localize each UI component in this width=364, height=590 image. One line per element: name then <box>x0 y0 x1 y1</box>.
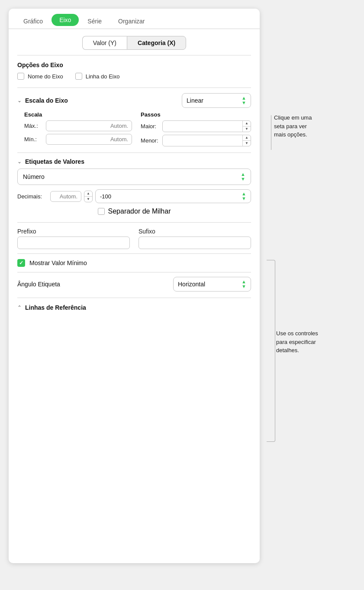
escala-title: Escala do Eixo <box>25 97 178 104</box>
nome-eixo-item: Nome do Eixo <box>17 73 63 80</box>
linha-eixo-label: Linha do Eixo <box>86 73 120 80</box>
tab-bar: Gráfico Eixo Série Organizar <box>9 9 260 29</box>
maior-label: Maior: <box>141 123 159 130</box>
separador-label: Separador de Milhar <box>108 207 171 215</box>
menor-value[interactable]: 1 <box>163 136 242 146</box>
sufixo-input[interactable] <box>139 237 251 249</box>
annotation-top-text: Clique em uma seta para ver mais opções. <box>274 113 312 139</box>
decimais-label: Decimais: <box>17 193 48 200</box>
linhas-row: ⌃ Linhas de Referência <box>9 298 260 317</box>
maior-stepper-btns: ▲ ▼ <box>242 121 251 132</box>
decimais-increment[interactable]: ▲ <box>84 191 92 197</box>
decimais-decrement[interactable]: ▼ <box>84 197 92 202</box>
angulo-select-value: Horizontal <box>178 281 205 288</box>
maior-increment[interactable]: ▲ <box>243 121 251 126</box>
min-label: Mín.: <box>24 136 42 143</box>
angulo-select[interactable]: Horizontal ▲ ▼ <box>173 277 251 292</box>
tab-organizar[interactable]: Organizar <box>110 14 152 29</box>
main-panel: Gráfico Eixo Série Organizar Valor (Y) C… <box>9 9 260 563</box>
separador-row: Separador de Milhar <box>17 207 251 215</box>
prefix-suffix-section: Prefixo Sufixo <box>9 223 260 253</box>
bracket-right <box>267 260 275 442</box>
menor-label: Menor: <box>141 137 159 144</box>
escala-chevron[interactable]: ⌄ <box>17 97 22 104</box>
escala-body: Escala Máx.: Mín.: Passos Maior: <box>9 111 260 152</box>
tab-grafico[interactable]: Gráfico <box>16 14 51 29</box>
min-input[interactable] <box>46 134 132 145</box>
linhas-chevron[interactable]: ⌃ <box>17 305 22 311</box>
prefixo-label: Prefixo <box>17 228 130 235</box>
escala-header: ⌄ Escala do Eixo Linear ▲ ▼ <box>9 88 260 111</box>
menor-stepper-btns: ▲ ▼ <box>242 135 251 146</box>
maior-stepper: 4 ▲ ▼ <box>162 120 251 132</box>
etiquetas-header: ⌄ Etiquetas de Valores <box>9 153 260 169</box>
decimais-stepper-btns: ▲ ▼ <box>84 191 92 202</box>
opcoes-eixo-title: Opções do Eixo <box>17 62 251 68</box>
escala-grid: Escala Máx.: Mín.: Passos Maior: <box>24 111 251 149</box>
separador-checkbox[interactable] <box>98 208 105 215</box>
max-row: Máx.: <box>24 120 132 131</box>
passos-col: Passos Maior: 4 ▲ ▼ Menor: <box>141 111 251 149</box>
escala-select-arrows: ▲ ▼ <box>242 96 246 105</box>
decimais-select[interactable]: -100 ▲ ▼ <box>95 189 251 203</box>
maior-row: Maior: 4 ▲ ▼ <box>141 120 251 132</box>
angulo-label: Ângulo Etiqueta <box>17 281 60 288</box>
escala-col: Escala Máx.: Mín.: <box>24 111 132 149</box>
linha-eixo-item: Linha do Eixo <box>75 73 120 80</box>
prefixo-col: Prefixo <box>17 228 130 249</box>
annotation-bottom-text: Use os controles para especificar detalh… <box>276 330 318 353</box>
prefixo-input[interactable] <box>17 237 130 249</box>
angulo-row: Ângulo Etiqueta Horizontal ▲ ▼ <box>9 272 260 298</box>
decimais-row: Decimais: ▲ ▼ -100 ▲ ▼ <box>17 189 251 203</box>
annotation-bottom: Use os controles para especificar detalh… <box>276 329 318 355</box>
etiquetas-body: Número ▲ ▼ Decimais: ▲ ▼ -100 <box>9 169 260 222</box>
valor-y-button[interactable]: Valor (Y) <box>82 36 127 50</box>
axis-selector: Valor (Y) Categoria (X) <box>9 29 260 55</box>
mostrar-checkbox[interactable] <box>17 259 25 267</box>
sufixo-col: Sufixo <box>139 228 251 249</box>
annotations-panel: Clique em uma seta para ver mais opções.… <box>267 9 353 563</box>
tab-eixo[interactable]: Eixo <box>52 14 79 26</box>
decimais-select-value: -100 <box>100 193 111 200</box>
menor-stepper: 1 ▲ ▼ <box>162 135 251 146</box>
sufixo-label: Sufixo <box>139 228 251 235</box>
tab-serie[interactable]: Série <box>80 14 110 29</box>
escala-select-value: Linear <box>187 97 203 104</box>
menor-decrement[interactable]: ▼ <box>243 141 251 146</box>
mostrar-valor-row: Mostrar Valor Mínimo <box>9 254 260 272</box>
max-label: Máx.: <box>24 123 42 129</box>
opcoes-checkboxes: Nome do Eixo Linha do Eixo <box>17 73 251 80</box>
nome-eixo-label: Nome do Eixo <box>28 73 63 80</box>
max-input[interactable] <box>46 120 132 131</box>
etiquetas-type-select[interactable]: Número ▲ ▼ <box>17 169 251 185</box>
etiquetas-type-value: Número <box>23 173 45 180</box>
decimais-select-arrows: ▲ ▼ <box>242 191 246 201</box>
etiquetas-chevron[interactable]: ⌄ <box>17 159 22 165</box>
passos-col-label: Passos <box>141 111 251 118</box>
maior-decrement[interactable]: ▼ <box>243 126 251 132</box>
menor-increment[interactable]: ▲ <box>243 135 251 141</box>
annotation-top: Clique em uma seta para ver mais opções. <box>271 113 312 150</box>
escala-select[interactable]: Linear ▲ ▼ <box>182 93 251 108</box>
mostrar-label: Mostrar Valor Mínimo <box>29 259 87 266</box>
linha-eixo-checkbox[interactable] <box>75 73 82 80</box>
decimais-input[interactable] <box>50 191 81 202</box>
angulo-select-arrows: ▲ ▼ <box>242 279 246 289</box>
ps-grid: Prefixo Sufixo <box>17 228 251 249</box>
nome-eixo-checkbox[interactable] <box>17 73 24 80</box>
menor-row: Menor: 1 ▲ ▼ <box>141 135 251 146</box>
escala-col-label: Escala <box>24 111 132 118</box>
linhas-title: Linhas de Referência <box>25 304 86 311</box>
opcoes-eixo-section: Opções do Eixo Nome do Eixo Linha do Eix… <box>9 55 260 88</box>
min-row: Mín.: <box>24 134 132 145</box>
etiquetas-type-arrows: ▲ ▼ <box>241 172 245 182</box>
categoria-x-button[interactable]: Categoria (X) <box>127 36 186 50</box>
maior-value[interactable]: 4 <box>163 121 242 131</box>
etiquetas-title: Etiquetas de Valores <box>25 158 251 165</box>
